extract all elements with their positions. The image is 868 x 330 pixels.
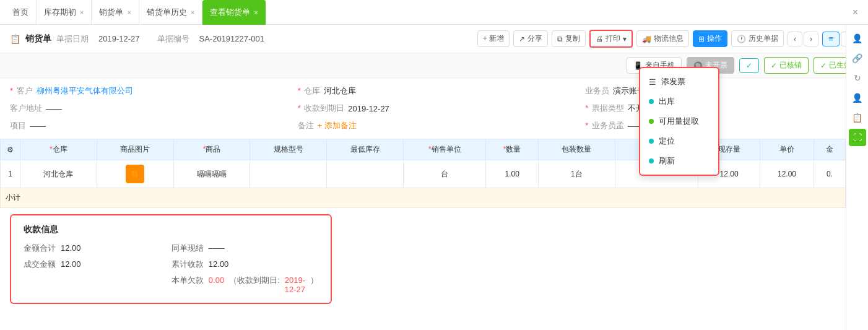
dropdown-locate[interactable]: 定位 xyxy=(640,131,718,151)
person-sidebar-icon[interactable]: 👤 xyxy=(849,30,866,47)
confirm-button[interactable]: ✓ xyxy=(739,58,759,73)
print-dropdown-arrow: ▾ xyxy=(623,35,627,43)
dropdown-outbound[interactable]: 出库 xyxy=(640,92,718,111)
add-invoice-label: 添发票 xyxy=(661,76,685,87)
dropdown-add-invoice[interactable]: ☰ 添发票 xyxy=(640,72,718,92)
dropdown-refresh[interactable]: 刷新 xyxy=(640,151,718,171)
main-content: 📋 销货单 单据日期 2019-12-27 单据编号 SA-20191227-0… xyxy=(0,25,868,330)
operate-button[interactable]: ⊞ 操作 xyxy=(693,30,727,47)
available-qty-label: 可用量提取 xyxy=(659,116,699,127)
expand-sidebar-icon[interactable]: ⛶ xyxy=(849,129,866,146)
customer-label: * 客户 xyxy=(10,85,33,97)
total-amount-row: 金额合计 12.00 xyxy=(24,243,153,254)
tab-view-sales[interactable]: 查看销货单 × xyxy=(202,0,266,25)
cumulative-collection-label: 累计收款 xyxy=(171,259,204,270)
tab-sales-order[interactable]: 销货单 × xyxy=(92,0,139,25)
dropdown-menu: ☰ 添发票 出库 可用量提取 定位 刷新 xyxy=(639,67,719,176)
total-amount-label: 金额合计 xyxy=(24,243,56,254)
customer-value[interactable]: 柳州粤港平安气体有限公司 xyxy=(37,85,133,97)
link-sidebar-icon[interactable]: 🔗 xyxy=(849,50,866,67)
staff2-field: * 业务员孟 —— xyxy=(585,120,858,131)
row-spec xyxy=(250,160,327,188)
row-product: 嗝嗝嗝嗝 xyxy=(173,160,250,188)
copy-button[interactable]: ⧉ 复制 xyxy=(552,30,586,47)
doc-meta: 单据日期 2019-12-27 单据编号 SA-20191227-001 xyxy=(56,33,264,45)
nav-arrows: ‹ › xyxy=(788,32,818,46)
locate-label: 定位 xyxy=(659,136,675,147)
tab-sales-history-label: 销货单历史 xyxy=(147,7,187,18)
operate-icon: ⊞ xyxy=(698,35,705,43)
address-label: 客户地址 xyxy=(10,103,42,114)
form-section: * 客户 柳州粤港平安气体有限公司 * 仓库 河北仓库 业务员 演示账号 客户地… xyxy=(0,78,868,139)
logistics-icon: 🚚 xyxy=(642,35,651,43)
tab-inventory-init-close[interactable]: × xyxy=(80,9,84,16)
row-sales-unit: 台 xyxy=(404,160,486,188)
list-sidebar-icon[interactable]: 📋 xyxy=(849,109,866,126)
history-button[interactable]: 🕐 历史单据 xyxy=(731,30,784,47)
due-date-note: （收款到期日: xyxy=(229,275,280,286)
prev-arrow[interactable]: ‹ xyxy=(788,32,802,46)
col-pack-qty: 包装数量 xyxy=(538,139,615,160)
col-product: *商品 xyxy=(173,139,250,160)
dropdown-available-qty[interactable]: 可用量提取 xyxy=(640,111,718,131)
new-button[interactable]: + 新增 xyxy=(477,30,510,47)
tab-sales-history[interactable]: 销货单历史 × xyxy=(139,0,202,25)
tab-home[interactable]: 首页 xyxy=(5,0,37,25)
payment-title: 收款信息 xyxy=(24,224,318,235)
tab-inventory-init[interactable]: 库存期初 × xyxy=(37,0,92,25)
tab-home-label: 首页 xyxy=(12,7,28,18)
warehouse-label: * 仓库 xyxy=(298,85,321,97)
add-note-button[interactable]: + 添加备注 xyxy=(318,120,357,131)
transaction-amount-label: 成交金额 xyxy=(24,259,56,270)
share-icon: ↗ xyxy=(519,35,525,43)
tab-sales-history-close[interactable]: × xyxy=(191,9,194,16)
row-unit-price: 12.00 xyxy=(760,160,814,188)
row-pack-qty: 1台 xyxy=(538,160,615,188)
cumulative-collection-row: 累计收款 12.00 xyxy=(171,259,318,270)
tab-sales-order-close[interactable]: × xyxy=(127,9,131,16)
due-date-note-value: 2019-12-27 xyxy=(285,276,305,294)
share-button[interactable]: ↗ 分享 xyxy=(513,30,548,47)
doc-type-label: 销货单 xyxy=(25,33,51,45)
current-due-label: 本单欠款 xyxy=(171,275,204,286)
refresh-sidebar-icon[interactable]: ↻ xyxy=(849,69,866,87)
next-arrow[interactable]: › xyxy=(804,32,818,46)
tab-inventory-init-label: 库存期初 xyxy=(44,7,76,18)
locate-dot xyxy=(649,139,654,144)
doc-title-section: 📋 销货单 单据日期 2019-12-27 单据编号 SA-20191227-0… xyxy=(10,33,477,45)
project-field: 项目 —— xyxy=(10,120,283,131)
effective-check-icon: ✓ xyxy=(820,61,827,70)
col-product-img: 商品图片 xyxy=(97,139,173,160)
same-order-settlement-value: —— xyxy=(209,243,225,253)
address-field: 客户地址 —— xyxy=(10,103,283,114)
current-due-row: 本单欠款 0.00 （收款到期日: 2019-12-27 ） xyxy=(171,275,318,294)
logistics-button[interactable]: 🚚 物流信息 xyxy=(636,30,689,47)
tab-view-sales-close[interactable]: × xyxy=(254,9,258,16)
copy-icon: ⧉ xyxy=(557,35,563,43)
transaction-amount-row: 成交金额 12.00 xyxy=(24,259,153,270)
row-min-stock xyxy=(327,160,404,188)
confirmed-badge: ✓ 已核销 xyxy=(764,57,809,74)
staff2-label: * 业务员孟 xyxy=(585,120,624,131)
cumulative-collection-value: 12.00 xyxy=(209,259,229,269)
row-product-img: 🟧 xyxy=(97,160,173,188)
due-date-note-end: ） xyxy=(310,275,318,286)
tab-view-sales-label: 查看销货单 xyxy=(210,7,250,18)
staff-field: 业务员 演示账号 xyxy=(585,85,858,97)
col-settings[interactable]: ⚙ xyxy=(1,139,20,160)
payment-section: 收款信息 金额合计 12.00 同单现结 —— 成交金额 12.00 累计收款 … xyxy=(10,214,332,304)
project-value: —— xyxy=(30,121,46,131)
due-date-label: * 收款到期日 xyxy=(298,103,345,114)
ticket-type-label: * 票据类型 xyxy=(585,103,624,114)
tab-sales-order-label: 销货单 xyxy=(99,7,123,18)
doc-number-value: SA-20191227-001 xyxy=(199,34,265,43)
same-order-settlement-row: 同单现结 —— xyxy=(171,243,318,254)
note-label: 备注 xyxy=(298,120,314,131)
list-view-button[interactable]: ≡ xyxy=(822,32,840,46)
col-min-stock: 最低库存 xyxy=(327,139,404,160)
person2-sidebar-icon[interactable]: 👤 xyxy=(849,89,866,106)
right-sidebar: 👤 🔗 ↻ 👤 📋 ⛶ xyxy=(846,25,868,330)
tab-bar-close-button[interactable]: × xyxy=(848,7,863,18)
print-button[interactable]: 🖨 打印 ▾ xyxy=(589,30,633,48)
row-seq: 1 xyxy=(1,160,20,188)
